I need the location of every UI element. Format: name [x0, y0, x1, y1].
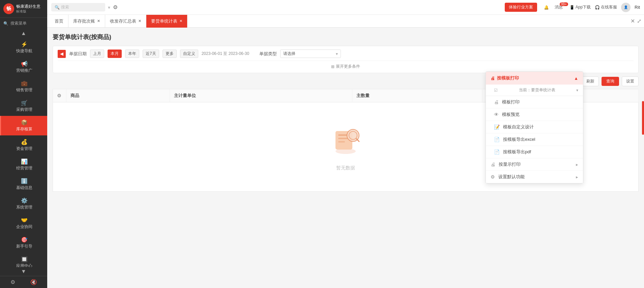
username: Rit	[635, 5, 640, 10]
refresh-btn[interactable]: 刷新	[582, 76, 599, 86]
experience-btn[interactable]: 体验行业方案	[505, 3, 537, 12]
display-print-item[interactable]: 🖨 按显示打印 ▸	[486, 158, 583, 171]
tab-order-stats[interactable]: 要货单统计表 ✕	[146, 15, 187, 28]
col-unit: 主计量单位	[170, 89, 352, 102]
tab-inventory-batch[interactable]: 库存批次账 ✕	[68, 15, 105, 28]
sidebar-item-finance[interactable]: 💰 资金管理	[0, 135, 47, 155]
marketing-icon: 📢	[21, 61, 28, 67]
inventory-icon: 📦	[21, 119, 28, 126]
topbar-actions: 体验行业方案 🔔 99+ 消息 📱 App下载 🎧 在线客服 👤 Rit	[505, 3, 640, 12]
collab-icon: 🤝	[21, 217, 28, 223]
tab-order-stats-close[interactable]: ✕	[179, 19, 182, 23]
export-pdf-icon: 📄	[494, 149, 500, 155]
date-btn-last-month[interactable]: 上月	[90, 50, 104, 58]
print-dropdown-header[interactable]: 🖨 按模板打印 ▲	[486, 72, 583, 85]
tab-receipt-summary-close[interactable]: ✕	[138, 19, 141, 23]
col-qty: 主数量	[352, 89, 482, 102]
tab-receipt-summary[interactable]: 收发存汇总表 ✕	[105, 15, 146, 28]
avatar[interactable]: 👤	[621, 3, 631, 12]
current-chevron-icon: ▾	[576, 88, 578, 93]
app-download-btn[interactable]: 📱 App下载	[569, 4, 591, 10]
empty-illustration	[329, 123, 362, 161]
topbar: 🔍 搜索 ▾ ⚙ 体验行业方案 🔔 99+ 消息 📱 App下载 🎧 在线客服	[47, 0, 644, 15]
expand-more-btn[interactable]: ⊞ 展开更多条件	[331, 64, 360, 69]
set-default-icon: ⚙	[491, 174, 495, 180]
sidebar-mute-icon[interactable]: 🔇	[30, 279, 37, 285]
date-btn-more[interactable]: 更多	[163, 50, 177, 58]
topbar-settings-icon[interactable]: ⚙	[113, 4, 118, 10]
date-btn-custom[interactable]: 自定义	[180, 50, 198, 58]
sidebar-nav: ⚡ 快捷导航 📢 营销推广 💼 销售管理 🛒 采购管理 📦 库存核算 💰 资金管…	[0, 38, 47, 267]
set-default-item[interactable]: ⚙ 设置默认功能 ▸	[486, 171, 583, 183]
sidebar-item-appstore[interactable]: 🔲 应用中心	[0, 253, 47, 267]
sidebar-item-operation[interactable]: 📊 经营管理	[0, 155, 47, 174]
scroll-up-btn[interactable]: ▲	[0, 29, 47, 38]
logo-text: 畅康通好生意 标准版	[16, 4, 40, 14]
template-preview-item[interactable]: 👁 模板预览	[486, 108, 583, 121]
tab-home[interactable]: 首页	[50, 15, 68, 28]
sidebar-settings-icon[interactable]: ⚙	[10, 279, 15, 285]
sidebar-item-system[interactable]: ⚙️ 系统管理	[0, 194, 47, 214]
sidebar-item-quick-nav[interactable]: ⚡ 快捷导航	[0, 38, 47, 57]
set-default-chevron-icon: ▸	[576, 174, 578, 180]
basic-icon: ℹ️	[21, 178, 28, 184]
template-preview-icon: 👁	[494, 112, 499, 117]
date-range-display: 2023-06-01 至 2023-06-30	[202, 51, 249, 57]
print-dropdown: 🖨 按模板打印 ▲ ☑ 当前：要货单统计表 ▾ 🖨 模板打印 👁 模板预览 📝	[486, 71, 583, 184]
order-type-select[interactable]: 请选择 ▾	[280, 50, 341, 58]
sidebar-bottom: ⚙ 🔇	[0, 276, 47, 288]
template-design-icon: 📝	[494, 124, 500, 130]
sidebar-item-guide[interactable]: 🎯 新手引导	[0, 233, 47, 253]
topbar-left: 🔍 搜索 ▾ ⚙	[51, 3, 118, 11]
sidebar-item-purchase[interactable]: 🛒 采购管理	[0, 96, 47, 116]
dropdown-arrow-icon[interactable]: ▾	[108, 5, 110, 10]
select-chevron-icon: ▾	[336, 52, 338, 56]
quick-nav-icon: ⚡	[21, 41, 28, 47]
printer-icon: 🖨	[491, 76, 495, 81]
col-check: ⚙	[53, 89, 66, 102]
sidebar-logo: 畅 畅康通好生意 标准版	[0, 0, 47, 18]
scroll-down-btn[interactable]: ▼	[0, 267, 47, 276]
page-title: 要货单统计表(按商品)	[53, 33, 639, 41]
export-excel-item[interactable]: 📄 按模板导出excel	[486, 133, 583, 146]
sidebar-item-inventory[interactable]: 📦 库存核算	[0, 116, 47, 135]
display-print-icon: 🖨	[491, 162, 495, 167]
logo-icon: 畅	[3, 3, 14, 14]
date-btn-last-7-days[interactable]: 近7天	[143, 50, 159, 58]
empty-text: 暂无数据	[336, 165, 355, 171]
sidebar-item-marketing[interactable]: 📢 营销推广	[0, 57, 47, 77]
online-service-btn[interactable]: 🎧 在线客服	[595, 4, 617, 10]
headset-icon: 🎧	[595, 5, 600, 10]
template-print-item[interactable]: 🖨 模板打印	[486, 96, 583, 108]
svg-rect-3	[338, 138, 348, 139]
notification-btn[interactable]: 🔔 99+ 消息	[541, 4, 565, 10]
guide-icon: 🎯	[21, 236, 28, 243]
right-scrollbar[interactable]	[642, 101, 644, 135]
close-window-btn[interactable]: ✕	[631, 18, 635, 24]
export-pdf-item[interactable]: 📄 按模板导出pdf	[486, 146, 583, 158]
mobile-icon: 📱	[569, 5, 575, 10]
sidebar-item-basic[interactable]: ℹ️ 基础信息	[0, 174, 47, 194]
display-print-chevron-icon: ▸	[576, 162, 578, 167]
template-design-item[interactable]: 📝 模板自定义设计	[486, 121, 583, 133]
settings-btn[interactable]: 设置	[622, 76, 639, 86]
sidebar-search[interactable]: 🔍 搜索菜单	[0, 18, 47, 29]
topbar-search-box[interactable]: 🔍 搜索	[51, 3, 105, 11]
sidebar-item-sales[interactable]: 💼 销售管理	[0, 77, 47, 96]
settings-icon[interactable]: ⚙	[57, 93, 61, 98]
current-icon: ☑	[494, 88, 498, 93]
date-btn-this-year[interactable]: 本年	[125, 50, 139, 58]
query-btn[interactable]: 查询	[602, 77, 619, 86]
page-content: 要货单统计表(按商品) ◀ 单据日期 上月 本月 本年 近7天 更多 自定义 2…	[47, 28, 644, 288]
finance-icon: 💰	[21, 139, 28, 145]
expand-window-btn[interactable]: ⤢	[637, 18, 641, 24]
svg-rect-4	[338, 141, 345, 142]
filter-bar: ◀ 单据日期 上月 本月 本年 近7天 更多 自定义 2023-06-01 至 …	[53, 46, 639, 73]
sales-icon: 💼	[21, 80, 28, 87]
date-btn-current-month[interactable]: 本月	[108, 50, 122, 58]
tab-inventory-batch-close[interactable]: ✕	[97, 19, 100, 23]
collapse-icon[interactable]: ◀	[58, 50, 66, 58]
current-template-label: ☑ 当前：要货单统计表 ▾	[486, 85, 583, 96]
sidebar-item-collab[interactable]: 🤝 企业协同	[0, 214, 47, 233]
appstore-icon: 🔲	[21, 256, 28, 262]
